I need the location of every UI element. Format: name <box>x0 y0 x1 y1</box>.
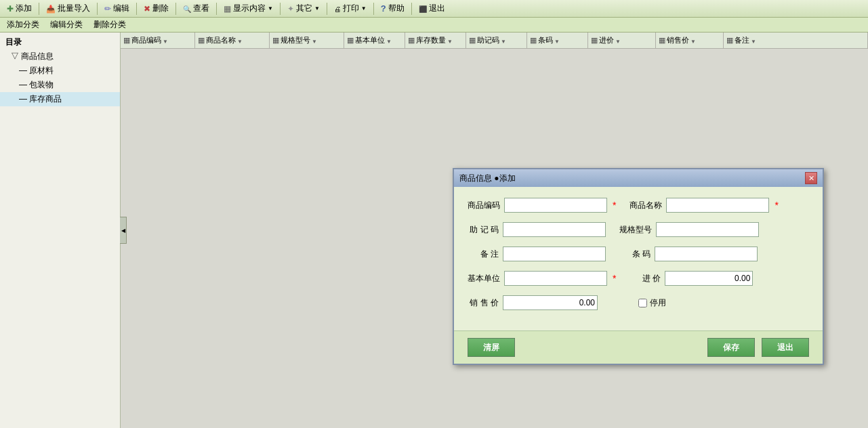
print-button[interactable]: 打印 ▼ <box>330 1 371 16</box>
save-button[interactable]: 保存 <box>707 338 755 357</box>
add-category-button[interactable]: 添加分类 <box>3 18 43 31</box>
product-name-required: * <box>774 200 778 211</box>
clear-button[interactable]: 清屏 <box>468 338 515 357</box>
form-group-disabled: 停用 <box>638 297 666 309</box>
form-group-memo: 助 记 码 <box>468 222 606 237</box>
tree-item-raw[interactable]: — 原材料 <box>0 64 120 78</box>
sep2 <box>97 3 98 15</box>
dialog-close-button[interactable]: ✕ <box>805 172 817 184</box>
dialog-body: 商品编码 * 商品名称 * 助 记 码 <box>454 187 823 330</box>
form-row-2: 助 记 码 规格型号 <box>468 222 809 237</box>
display-icon <box>224 4 231 14</box>
form-row-5: 销 售 价 停用 <box>468 295 809 310</box>
dialog-footer: 清屏 保存 退出 <box>454 330 823 364</box>
dialog: 商品信息 ●添加 ✕ 商品编码 * 商品名称 <box>453 168 824 365</box>
tree-item-packaging[interactable]: — 包装物 <box>0 78 120 92</box>
other-icon <box>287 4 294 14</box>
exit-label: 退出 <box>429 3 445 14</box>
tree-label-root: 商品信息 <box>21 51 54 61</box>
sidebar: 目录 ▽ 商品信息 — 原材料 — 包装物 — 库存商品 ◀ <box>0 33 121 428</box>
print-label: 打印 <box>343 3 359 14</box>
modal-overlay: 商品信息 ●添加 ✕ 商品编码 * 商品名称 <box>121 33 868 428</box>
tree-bullet-packaging: — <box>19 80 29 89</box>
exit-icon <box>419 4 427 14</box>
edit-button[interactable]: 编辑 <box>100 1 133 16</box>
form-row-3: 备 注 条 码 <box>468 247 809 261</box>
spec-input[interactable] <box>656 222 759 237</box>
product-name-label: 商品名称 <box>629 200 662 211</box>
form-group-name: 商品名称 * <box>629 198 778 213</box>
form-group-unit: 基本单位 * <box>468 271 616 286</box>
toolbar: 添加 批量导入 编辑 删除 查看 显示内容 ▼ 其它 ▼ 打印 ▼ 帮助 <box>0 0 868 18</box>
display-button[interactable]: 显示内容 ▼ <box>220 1 277 16</box>
view-label: 查看 <box>193 3 209 14</box>
sep9 <box>411 3 412 15</box>
sidebar-title: 目录 <box>0 35 120 49</box>
product-code-input[interactable] <box>504 198 607 213</box>
print-dropdown-icon: ▼ <box>361 5 367 12</box>
spec-label: 规格型号 <box>619 224 652 236</box>
other-button[interactable]: 其它 ▼ <box>283 1 324 16</box>
delete-button[interactable]: 删除 <box>140 1 173 16</box>
edit-category-button[interactable]: 编辑分类 <box>46 18 87 31</box>
form-group-spec: 规格型号 <box>619 222 759 237</box>
view-icon <box>183 4 191 14</box>
form-row-4: 基本单位 * 进 价 <box>468 271 809 286</box>
memo-code-label: 助 记 码 <box>468 224 499 236</box>
tree-item-stock[interactable]: — 库存商品 <box>0 92 120 106</box>
form-group-note: 备 注 <box>468 247 606 261</box>
add-label: 添加 <box>16 3 32 14</box>
price-in-label: 进 价 <box>629 273 661 284</box>
dialog-title: 商品信息 ●添加 <box>459 173 516 184</box>
dialog-titlebar: 商品信息 ●添加 ✕ <box>454 169 823 187</box>
main-container: 目录 ▽ 商品信息 — 原材料 — 包装物 — 库存商品 ◀ 商品编码 <box>0 33 868 428</box>
print-icon <box>334 4 341 14</box>
unit-required: * <box>613 273 616 284</box>
product-name-input[interactable] <box>666 198 769 213</box>
import-icon <box>46 4 56 14</box>
form-row-1: 商品编码 * 商品名称 * <box>468 198 809 213</box>
sep6 <box>280 3 281 15</box>
barcode-input[interactable] <box>655 247 758 261</box>
content-panel: 商品编码 商品名称 规格型号 基本单位 库存数量 <box>121 33 868 428</box>
help-label: 帮助 <box>388 3 405 14</box>
submenu-bar: 添加分类 编辑分类 删除分类 <box>0 18 868 33</box>
tree-item-root[interactable]: ▽ 商品信息 <box>0 49 120 64</box>
price-in-input[interactable] <box>665 271 753 286</box>
disabled-label: 停用 <box>650 297 666 309</box>
product-code-label: 商品编码 <box>468 200 500 211</box>
exit-button[interactable]: 退出 <box>415 1 449 16</box>
disabled-checkbox[interactable] <box>638 299 647 307</box>
barcode-label: 条 码 <box>619 249 650 260</box>
tree-bullet-stock: — <box>19 94 29 104</box>
batch-import-label: 批量导入 <box>58 3 90 14</box>
edit-icon <box>104 4 111 14</box>
form-group-code: 商品编码 * <box>468 198 616 213</box>
tree-label-raw: 原材料 <box>29 66 54 75</box>
add-button[interactable]: 添加 <box>3 1 36 16</box>
form-group-sale-price: 销 售 价 <box>468 295 598 310</box>
sep4 <box>175 3 176 15</box>
delete-label: 删除 <box>152 3 169 14</box>
delete-category-button[interactable]: 删除分类 <box>89 18 130 31</box>
memo-code-input[interactable] <box>503 222 606 237</box>
note-input[interactable] <box>503 247 606 261</box>
help-button[interactable]: 帮助 <box>377 1 409 16</box>
other-label: 其它 <box>296 3 312 14</box>
sale-price-label: 销 售 价 <box>468 297 499 309</box>
other-dropdown-icon: ▼ <box>314 5 320 12</box>
product-code-required: * <box>613 200 616 211</box>
unit-label: 基本单位 <box>468 273 500 284</box>
unit-input[interactable] <box>504 271 607 286</box>
dialog-exit-button[interactable]: 退出 <box>762 338 809 357</box>
sale-price-input[interactable] <box>503 295 598 310</box>
tree-label-packaging: 包装物 <box>29 80 54 89</box>
help-icon <box>381 3 386 14</box>
sep7 <box>327 3 327 15</box>
batch-import-button[interactable]: 批量导入 <box>42 1 94 16</box>
edit-label: 编辑 <box>113 3 129 14</box>
form-group-price-in: 进 价 <box>629 271 753 286</box>
display-label: 显示内容 <box>233 3 266 14</box>
form-group-barcode: 条 码 <box>619 247 758 261</box>
view-button[interactable]: 查看 <box>179 1 213 16</box>
